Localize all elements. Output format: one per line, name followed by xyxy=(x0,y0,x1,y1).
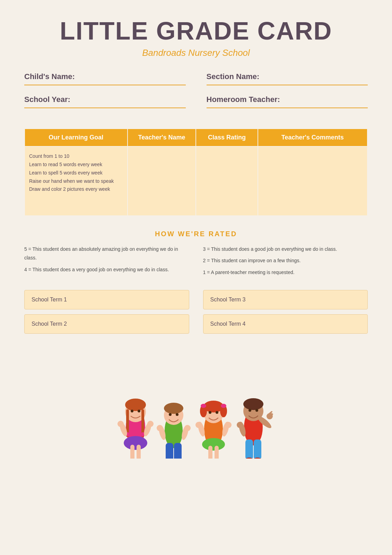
table-row: Count from 1 to 10Learn to read 5 words … xyxy=(25,146,367,216)
school-name: Bandroads Nursery School xyxy=(24,48,368,58)
form-section: Child's Name: Section Name: School Year:… xyxy=(24,72,368,114)
section-name-label: Section Name: xyxy=(207,72,368,81)
svg-point-16 xyxy=(117,421,124,427)
svg-rect-19 xyxy=(166,443,173,459)
svg-point-17 xyxy=(147,421,154,427)
svg-point-55 xyxy=(243,398,263,410)
goal-item: Count from 1 to 10 xyxy=(29,152,123,161)
homeroom-teacher-label: Homeroom Teacher: xyxy=(207,95,368,104)
svg-point-42 xyxy=(221,404,226,408)
col-teacher-comments: Teacher's Comments xyxy=(258,129,368,146)
svg-point-12 xyxy=(131,410,133,412)
svg-point-43 xyxy=(209,411,211,414)
svg-rect-51 xyxy=(254,439,261,459)
teacher-comments-cell xyxy=(258,146,368,216)
svg-point-7 xyxy=(125,399,146,411)
section-name-line xyxy=(207,85,368,85)
school-year-label: School Year: xyxy=(24,95,186,104)
svg-point-29 xyxy=(157,425,163,431)
goals-list: Count from 1 to 10Learn to read 5 words … xyxy=(29,152,123,194)
term-box-4: School Term 4 xyxy=(203,314,368,334)
teacher-name-cell xyxy=(128,146,196,216)
svg-point-44 xyxy=(216,411,218,414)
svg-point-1 xyxy=(124,436,147,450)
rating-grid: 5 = This student does an absolutely amaz… xyxy=(24,245,368,280)
goals-cell: Count from 1 to 10Learn to read 5 words … xyxy=(25,146,128,216)
term-box-3: School Term 3 xyxy=(203,290,368,309)
svg-point-56 xyxy=(249,409,251,412)
svg-rect-33 xyxy=(208,446,212,459)
svg-point-25 xyxy=(169,413,172,416)
col-class-rating: Class Rating xyxy=(196,129,258,146)
svg-point-41 xyxy=(201,404,206,408)
homeroom-teacher-field: Homeroom Teacher: xyxy=(207,95,368,108)
child-name-field: Child's Name: xyxy=(24,72,186,85)
school-year-field: School Year: xyxy=(24,95,186,108)
rating-right: 3 = This student does a good job on ever… xyxy=(203,245,368,280)
svg-point-59 xyxy=(237,422,243,428)
svg-point-26 xyxy=(176,413,178,416)
svg-point-48 xyxy=(225,422,232,428)
col-teacher-name: Teacher's Name xyxy=(128,129,196,146)
rating-left: 5 = This student does an absolutely amaz… xyxy=(24,245,189,280)
goal-item: Raise our hand when we want to speak xyxy=(29,177,123,186)
svg-rect-2 xyxy=(130,445,134,459)
svg-rect-34 xyxy=(215,446,219,459)
terms-grid: School Term 1 School Term 3 School Term … xyxy=(24,290,368,334)
svg-rect-20 xyxy=(174,443,182,459)
goal-item: Draw and color 2 pictures every week xyxy=(29,185,123,194)
rating-item: 4 = This student does a very good job on… xyxy=(24,265,189,274)
svg-point-57 xyxy=(255,409,258,412)
school-year-line xyxy=(24,108,186,108)
svg-point-24 xyxy=(164,403,183,414)
svg-point-30 xyxy=(184,425,191,431)
svg-rect-50 xyxy=(245,439,253,459)
goal-item: Learn to read 5 words every week xyxy=(29,161,123,169)
rating-item: 1 = A parent-teacher meeting is requeste… xyxy=(203,268,368,277)
rating-item: 5 = This student does an absolutely amaz… xyxy=(24,245,189,262)
rating-item: 2 = This student can improve on a few th… xyxy=(203,256,368,265)
rating-item: 3 = This student does a good job on ever… xyxy=(203,245,368,254)
child-name-label: Child's Name: xyxy=(24,72,186,81)
section-name-field: Section Name: xyxy=(207,72,368,85)
class-rating-cell xyxy=(196,146,258,216)
svg-point-47 xyxy=(195,422,202,428)
rating-title: HOW WE'RE RATED xyxy=(24,230,368,238)
term-box-2: School Term 2 xyxy=(24,314,189,334)
page-title: LITTLE GRADE CARD xyxy=(24,17,368,45)
svg-rect-3 xyxy=(137,445,141,459)
grade-table: Our Learning Goal Teacher's Name Class R… xyxy=(24,128,368,216)
goal-item: Learn to spell 5 words every week xyxy=(29,169,123,177)
child-name-line xyxy=(24,85,186,85)
svg-point-13 xyxy=(138,410,140,412)
svg-point-32 xyxy=(202,438,225,451)
kids-svg xyxy=(96,348,297,459)
col-learning-goal: Our Learning Goal xyxy=(25,129,128,146)
kids-illustration xyxy=(24,348,368,459)
homeroom-teacher-line xyxy=(207,108,368,108)
term-box-1: School Term 1 xyxy=(24,290,189,309)
rating-section: HOW WE'RE RATED 5 = This student does an… xyxy=(24,230,368,280)
